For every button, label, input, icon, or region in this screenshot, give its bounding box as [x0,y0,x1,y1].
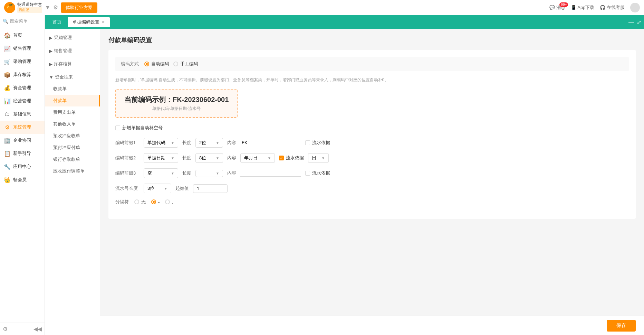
sub-sidebar: ▶ 采购管理 ▶ 销售管理 ▶ 库存核算 [45,29,100,335]
search-icon: 🔍 [3,19,8,24]
content2-select[interactable]: 年月日 ▼ [240,153,275,163]
sidebar-item-apps[interactable]: 🔧 应用中心 [0,160,45,173]
sub-item-advance-receipt[interactable]: 预收冲应收单 [45,130,100,142]
sidebar-item-inventory[interactable]: 📦 库存核算 [0,68,45,81]
tabbar: 首页 单据编码设置 ✕ — ⤢ [45,15,644,29]
save-button[interactable]: 保存 [607,320,636,332]
encoding-method-label: 编码方式 [121,61,139,67]
length-label-3: 长度 [182,170,191,176]
logo-sub: 插曲版 [17,7,42,13]
sidebar-item-guide[interactable]: 📋 新手引导 [0,147,45,160]
tab-home[interactable]: 首页 [48,17,66,27]
chevron-down-icon: ▼ [216,156,219,160]
sub-item-expenses[interactable]: 费用支出单 [45,106,100,118]
sub-group-purchase-header[interactable]: ▶ 采购管理 [45,32,100,44]
online-service-button[interactable]: 🎧 在线客服 [600,4,625,11]
expand-arrow-icon: ▶ [49,62,52,67]
content-area: 首页 单据编码设置 ✕ — ⤢ ▶ 采购管理 [45,15,644,335]
sidebar-item-enterprise[interactable]: 🏢 企业协同 [0,134,45,147]
dropdown-arrow[interactable]: ▼ [45,4,50,11]
waterfall-checkbox-2[interactable]: ✓ [279,156,284,160]
sub-item-bank-deposit[interactable]: 银行存取款单 [45,153,100,165]
auto-fill-label: 新增单据自动补空号 [122,125,163,131]
sidebar-item-home[interactable]: 🏠 首页 [0,29,45,42]
sidebar-item-system[interactable]: ⚙ 系统管理 [0,121,45,134]
sub-item-payments[interactable]: 付款单 [45,95,100,106]
tab-encoding[interactable]: 单据编码设置 ✕ [68,17,110,27]
basic-icon: 🗂 [4,111,10,117]
message-button[interactable]: 💬 消息 99+ [549,4,565,11]
auto-encode-radio[interactable]: 自动编码 [144,61,169,67]
sidebar-item-label: 畅会员 [13,177,27,183]
topbar-right: 💬 消息 99+ 📱 App下载 🎧 在线客服 [549,3,640,12]
serial-length-label: 流水号长度 [115,185,140,192]
collapse-icon[interactable]: ◀◀ [33,326,42,332]
bottom-bar: 保存 [100,316,644,335]
waterfall-checkbox-1[interactable] [305,140,310,145]
sub-group-finance-header[interactable]: ▼ 资金往来 [45,71,100,83]
content-input-3[interactable] [240,170,301,177]
separator-dot-radio[interactable]: . [165,199,173,205]
serial-row: 流水号长度 3位 ▼ 起始值 [115,184,629,193]
search-menu[interactable]: 🔍 搜索菜单 [0,15,45,27]
sidebar-item-purchase[interactable]: 🛒 采购管理 [0,55,45,68]
length3-select[interactable]: ▼ [195,170,223,177]
app-download-button[interactable]: 📱 App下载 [571,4,594,11]
sub-item-advance-payment[interactable]: 预付冲应付单 [45,142,100,153]
waterfall-checkbox-3[interactable] [305,171,310,176]
prefix3-select[interactable]: 空 ▼ [144,168,178,178]
sub-group-purchase: ▶ 采购管理 [45,32,100,44]
logo-text-block: 畅通道好生意 插曲版 [17,2,42,13]
settings-icon[interactable]: ⚙ [53,4,58,11]
sub-group-sales-header[interactable]: ▶ 销售管理 [45,45,100,57]
field-label-1: 编码前缀1 [115,140,140,146]
trial-button[interactable]: 体验行业方案 [61,2,97,13]
system-icon: ⚙ [4,124,10,130]
field-label-2: 编码前缀2 [115,155,140,161]
auto-fill-checkbox[interactable] [115,125,120,130]
topbar-left: 🍊 畅通道好生意 插曲版 ▼ ⚙ 体验行业方案 [4,2,97,13]
form-card: 编码方式 自动编码 手工编码 [108,50,636,219]
preview-desc: 单据代码-单据日期-流水号 [124,106,229,112]
field-row-1: 编码前缀1 单据代码 ▼ 长度 2位 ▼ 内容 [115,138,629,148]
apps-icon: 🔧 [4,164,10,170]
settings-bottom-icon[interactable]: ⚙ [3,326,8,332]
sidebar-item-label: 经营管理 [13,98,31,104]
separator-dash-radio[interactable]: - [151,199,160,205]
preview-box: 当前编码示例：FK-20230602-001 单据代码-单据日期-流水号 [115,89,238,118]
sub-item-ar-ap-adjust[interactable]: 应收应付调整单 [45,165,100,177]
sidebar-item-finance[interactable]: 💰 资金管理 [0,81,45,94]
sidebar-item-basic[interactable]: 🗂 基础信息 [0,108,45,121]
sub-group-inventory-header[interactable]: ▶ 库存核算 [45,58,100,70]
main-content: 付款单编码设置 编码方式 自动编码 [100,29,644,316]
sidebar-item-operations[interactable]: 📊 经营管理 [0,94,45,108]
content-label-1: 内容 [227,140,236,146]
page-title: 付款单编码设置 [108,36,636,44]
start-value-input[interactable] [193,184,228,193]
sub-group-sales: ▶ 销售管理 [45,45,100,57]
separator-none-radio[interactable]: 无 [134,199,146,205]
period-select[interactable]: 日 ▼ [308,153,329,163]
length1-select[interactable]: 2位 ▼ [195,138,223,148]
sidebar-item-sales[interactable]: 📈 销售管理 [0,42,45,55]
prefix2-select[interactable]: 单据日期 ▼ [144,153,178,163]
purchase-icon: 🛒 [4,58,10,65]
content-label-2: 内容 [227,155,236,161]
sidebar-item-member[interactable]: 👑 畅会员 [0,173,45,186]
tab-close-icon[interactable]: ✕ [102,20,105,25]
preview-code: 当前编码示例：FK-20230602-001 [124,95,229,104]
content-input-1[interactable] [240,139,301,146]
length2-select[interactable]: 8位 ▼ [195,153,223,163]
user-avatar[interactable] [630,3,640,12]
prefix1-select[interactable]: 单据代码 ▼ [144,138,178,148]
serial-length-select[interactable]: 3位 ▼ [144,184,171,193]
manual-encode-radio[interactable]: 手工编码 [173,61,198,67]
maximize-icon[interactable]: ⤢ [637,19,641,26]
right-panel: ▶ 采购管理 ▶ 销售管理 ▶ 库存核算 [45,29,644,335]
sub-item-receipts[interactable]: 收款单 [45,83,100,95]
minimize-icon[interactable]: — [628,19,634,25]
sub-item-other-income[interactable]: 其他收入单 [45,118,100,130]
field-row-3: 编码前缀3 空 ▼ 长度 ▼ 内容 [115,168,629,178]
chevron-down-icon: ▼ [321,156,325,160]
logo: 🍊 畅通道好生意 插曲版 [4,2,42,13]
